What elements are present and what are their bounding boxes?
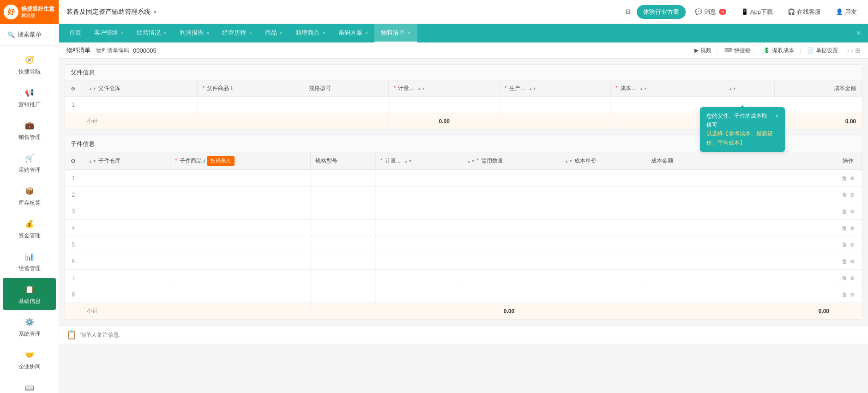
child-row5-unit[interactable] [375, 236, 460, 253]
child-row7-spec[interactable] [311, 270, 375, 286]
delete-icon-3[interactable]: 🗑 [842, 208, 847, 215]
copy-icon-2[interactable]: ⊕ [850, 192, 855, 198]
delete-icon-1[interactable]: 🗑 [842, 175, 847, 181]
child-row4-unit-cost[interactable] [558, 220, 646, 236]
copy-icon-4[interactable]: ⊕ [850, 225, 855, 231]
tab-goods-close[interactable]: × [280, 30, 283, 36]
nav-next-button[interactable]: › [851, 47, 853, 54]
tab-profit-close[interactable]: × [206, 30, 209, 36]
child-row7-unit[interactable] [375, 270, 460, 286]
parent-row1-spec[interactable] [304, 97, 389, 113]
child-row4-goods[interactable] [170, 220, 310, 236]
copy-icon-1[interactable]: ⊕ [850, 175, 855, 181]
sidebar-item-basic-info[interactable]: 📋 基础信息 [3, 278, 56, 310]
child-row2-unit[interactable] [375, 187, 460, 203]
tooltip-close-button[interactable]: × [775, 112, 778, 121]
child-row5-spec[interactable] [311, 236, 375, 253]
child-row2-unit-cost[interactable] [558, 187, 646, 203]
tab-home[interactable]: 首页 [63, 24, 88, 42]
delete-icon-5[interactable]: 🗑 [842, 242, 847, 248]
delete-icon-6[interactable]: 🗑 [842, 258, 847, 265]
dropdown-icon[interactable]: ▾ [153, 8, 157, 16]
child-row1-spec[interactable] [311, 170, 375, 187]
child-row2-spec[interactable] [311, 187, 375, 203]
delete-icon-7[interactable]: 🗑 [842, 275, 847, 281]
sidebar-item-inventory[interactable]: 📦 库存核算 [3, 180, 56, 212]
tab-goods[interactable]: 商品 × [259, 24, 289, 42]
app-download-button[interactable]: 📱 App下载 [737, 6, 777, 18]
child-row5-qty[interactable] [460, 236, 558, 253]
child-row6-warehouse[interactable] [82, 253, 170, 270]
child-row6-unit[interactable] [375, 253, 460, 270]
try-button[interactable]: 体验行业方案 [637, 5, 686, 19]
parent-row1-warehouse[interactable] [82, 97, 198, 113]
child-row8-unit-cost[interactable] [558, 286, 646, 303]
parent-row1-goods[interactable] [198, 97, 304, 113]
child-row1-goods[interactable] [170, 170, 310, 187]
child-row3-goods[interactable] [170, 203, 310, 220]
online-service-button[interactable]: 🎧 在线客服 [784, 6, 825, 18]
tab-profit-report[interactable]: 利润报告 × [173, 24, 216, 42]
user-button[interactable]: 👤 用友 [832, 6, 861, 18]
delete-icon-4[interactable]: 🗑 [842, 225, 847, 231]
child-row4-qty[interactable] [460, 220, 558, 236]
extract-cost-button[interactable]: 💲 提取成本 [763, 47, 794, 54]
shortcut-button[interactable]: ⌨ 快捷键 [724, 47, 751, 54]
child-row8-spec[interactable] [311, 286, 375, 303]
child-row1-warehouse[interactable] [82, 170, 170, 187]
child-row3-unit[interactable] [375, 203, 460, 220]
settings-icon[interactable]: ⚙ [625, 7, 631, 16]
copy-icon-7[interactable]: ⊕ [850, 275, 855, 281]
child-row3-spec[interactable] [311, 203, 375, 220]
child-row8-warehouse[interactable] [82, 286, 170, 303]
sidebar-item-marketing[interactable]: 📢 营销推广 [3, 81, 56, 113]
child-row7-unit-cost[interactable] [558, 270, 646, 286]
tab-operation-status[interactable]: 经营情况 × [130, 24, 173, 42]
search-menu-button[interactable]: 🔍 搜索菜单 [4, 28, 55, 42]
tab-op-status-close[interactable]: × [163, 30, 166, 36]
child-row3-qty[interactable] [460, 203, 558, 220]
child-row3-unit-cost[interactable] [558, 203, 646, 220]
sidebar-item-purchase[interactable]: 🛒 采购管理 [3, 147, 56, 179]
copy-icon-5[interactable]: ⊕ [850, 242, 855, 248]
child-row1-unit-cost[interactable] [558, 170, 646, 187]
child-row8-goods[interactable] [170, 286, 310, 303]
nav-prev-button[interactable]: ‹ [847, 47, 850, 54]
tab-op-history-close[interactable]: × [249, 30, 252, 36]
child-row8-unit[interactable] [375, 286, 460, 303]
child-row4-unit[interactable] [375, 220, 460, 236]
child-row8-qty[interactable] [460, 286, 558, 303]
child-row7-warehouse[interactable] [82, 270, 170, 286]
copy-icon-6[interactable]: ⊕ [850, 258, 855, 265]
child-row5-warehouse[interactable] [82, 236, 170, 253]
scan-input-button[interactable]: 扫码录入 [207, 156, 235, 166]
child-row7-qty[interactable] [460, 270, 558, 286]
view-button[interactable]: ▶ 视频 [694, 47, 711, 54]
child-row4-spec[interactable] [311, 220, 375, 236]
tab-operation-history[interactable]: 经营历程 × [216, 24, 258, 42]
child-row5-goods[interactable] [170, 236, 310, 253]
delete-icon-8[interactable]: 🗑 [842, 291, 847, 298]
child-row5-unit-cost[interactable] [558, 236, 646, 253]
child-row6-goods[interactable] [170, 253, 310, 270]
child-row7-goods[interactable] [170, 270, 310, 286]
tab-add-goods-close[interactable]: × [322, 30, 325, 36]
tab-barcode-close[interactable]: × [365, 30, 368, 36]
delete-icon-2[interactable]: 🗑 [842, 192, 847, 198]
sidebar-item-enterprise[interactable]: 🤝 企业协同 [3, 344, 56, 375]
sidebar-item-sales[interactable]: 💼 销售管理 [3, 114, 56, 146]
sidebar-item-quick-nav[interactable]: 🧭 快捷导航 [3, 48, 56, 80]
message-button[interactable]: 💬 消息 6 [691, 6, 730, 18]
parent-row1-producer[interactable] [500, 97, 610, 113]
child-row6-spec[interactable] [311, 253, 375, 270]
sidebar-item-finance[interactable]: 💰 资金管理 [3, 212, 56, 244]
child-row2-qty[interactable] [460, 187, 558, 203]
sidebar-item-guide[interactable]: 📖 新手引导 [3, 376, 56, 393]
tab-add-goods[interactable]: 新增商品 × [289, 24, 332, 42]
sidebar-item-operation[interactable]: 📊 经营管理 [3, 245, 56, 277]
child-row6-unit-cost[interactable] [558, 253, 646, 270]
child-row6-qty[interactable] [460, 253, 558, 270]
close-all-tabs-button[interactable]: × [853, 25, 864, 41]
tab-barcode[interactable]: 条码方案 × [332, 24, 374, 42]
sidebar-item-system[interactable]: ⚙️ 系统管理 [3, 311, 56, 343]
